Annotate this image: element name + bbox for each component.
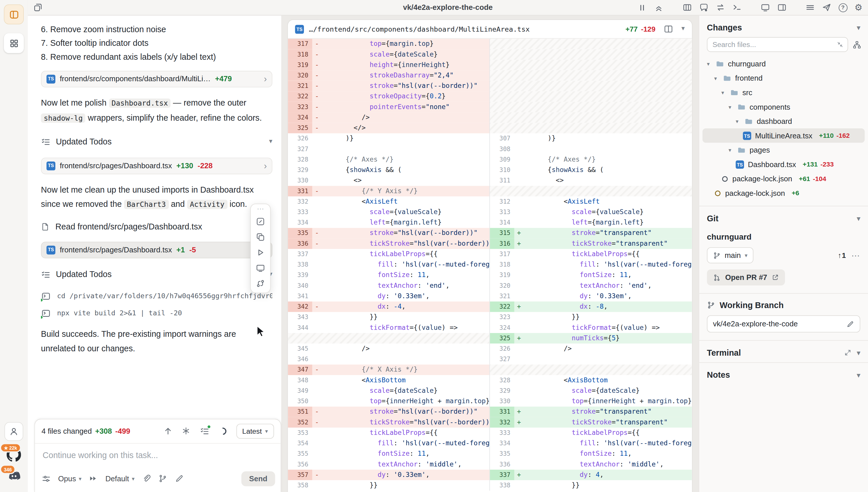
diff-right-line[interactable]: 321 dy: '0.33em', bbox=[490, 291, 692, 301]
terminal-section-header[interactable]: Terminal ▾ bbox=[699, 341, 868, 362]
diff-left-line[interactable]: 335- stroke="hsl(var(--border))" bbox=[288, 228, 490, 239]
diff-left-line[interactable]: 349 scale={dateScale} bbox=[288, 386, 490, 396]
github-link[interactable]: ★22k bbox=[7, 448, 21, 462]
chat-input[interactable]: Continue working on this task... bbox=[35, 444, 281, 468]
diff-left-line[interactable]: 345 /> bbox=[288, 343, 490, 354]
collapse-tree-icon[interactable] bbox=[836, 41, 844, 48]
diff-right-line[interactable]: 328 <AxisBottom bbox=[490, 375, 692, 386]
file-change-chip[interactable]: TSfrontend/src/components/dashboard/Mult… bbox=[41, 71, 272, 87]
diff-left-line[interactable]: 344 tickFormat={(value) => bbox=[288, 323, 490, 333]
tree-file[interactable]: TSMultiLineArea.tsx+110-162 bbox=[703, 128, 865, 143]
monitor-icon[interactable] bbox=[760, 3, 770, 12]
open-pr-button[interactable]: Open PR #7 bbox=[707, 270, 785, 286]
diff-left-line[interactable]: 324- /> bbox=[288, 112, 490, 123]
diff-left-line[interactable]: 330 <> bbox=[288, 175, 490, 186]
read-file-row[interactable]: Read frontend/src/pages/Dashboard.tsx bbox=[41, 220, 272, 233]
scroll-up-icon[interactable] bbox=[163, 426, 172, 436]
diff-left-line[interactable]: 337 tickLabelProps={{ bbox=[288, 249, 490, 259]
tree-file[interactable]: package-lock.json+61-104 bbox=[703, 171, 865, 186]
git-more-icon[interactable]: ⋯ bbox=[851, 250, 861, 260]
diff-left-line[interactable]: 351- stroke="hsl(var(--border))" bbox=[288, 407, 490, 417]
diff-right-line[interactable]: 337+ dy: 4, bbox=[490, 470, 692, 480]
diff-left-line[interactable]: 318- scale={dateScale} bbox=[288, 49, 490, 60]
diff-right-line[interactable]: 307 )} bbox=[490, 133, 692, 144]
pen-icon[interactable] bbox=[175, 474, 184, 483]
diff-right-line[interactable]: 335 fontSize: 11, bbox=[490, 448, 692, 459]
diff-right-line[interactable]: 323 }} bbox=[490, 312, 692, 322]
diff-left-line[interactable]: 327 bbox=[288, 144, 490, 154]
chevron-down-icon[interactable]: ▾ bbox=[681, 24, 685, 34]
diff-right-line[interactable]: 313 scale={valueScale} bbox=[490, 207, 692, 217]
tree-folder[interactable]: ▾components bbox=[703, 99, 865, 114]
diff-right-line[interactable]: 308 bbox=[490, 144, 692, 154]
diff-left-line[interactable]: 328 {/* Axes */} bbox=[288, 154, 490, 165]
swap-icon[interactable] bbox=[715, 3, 725, 12]
diff-left-line[interactable]: 319- height={innerHeight} bbox=[288, 60, 490, 70]
pause-icon[interactable] bbox=[637, 3, 647, 12]
mode-select[interactable]: Default▾ bbox=[105, 474, 135, 483]
diff-left-line[interactable]: 331- {/* Y Axis */} bbox=[288, 186, 490, 196]
attach-icon[interactable] bbox=[142, 474, 151, 483]
diff-right-line[interactable]: 322+ dx: -8, bbox=[490, 301, 692, 312]
tree-folder[interactable]: ▾frontend bbox=[703, 71, 865, 85]
diff-right-line[interactable]: 333 tickLabelProps={{ bbox=[490, 427, 692, 438]
share-icon[interactable] bbox=[822, 3, 831, 12]
tree-view-icon[interactable] bbox=[852, 40, 862, 49]
search-files-input[interactable]: Search files... bbox=[707, 37, 848, 52]
diff-right-line[interactable]: 330 top={innerHeight + margin.top} bbox=[490, 396, 692, 407]
diff-right-line[interactable]: 319 fontSize: 11, bbox=[490, 270, 692, 280]
diff-left-line[interactable]: 317- top={margin.top} bbox=[288, 39, 490, 49]
diff-left-line[interactable]: 346 bbox=[288, 354, 490, 364]
updated-todos-row[interactable]: Updated Todos▾ bbox=[41, 135, 272, 148]
diff-left-line[interactable]: 343 }} bbox=[288, 312, 490, 322]
tree-folder[interactable]: ▾src bbox=[703, 85, 865, 100]
diff-left-line[interactable]: 357- dy: '0.33em', bbox=[288, 470, 490, 480]
diff-right-line[interactable]: 336 textAnchor: 'middle', bbox=[490, 459, 692, 470]
diff-left-line[interactable]: 334 left={margin.left} bbox=[288, 217, 490, 228]
diff-right-line[interactable]: 320 textAnchor: 'end', bbox=[490, 280, 692, 291]
branch-selector[interactable]: main ▾ bbox=[707, 247, 754, 263]
diff-left-line[interactable]: 322- strokeOpacity={0.2} bbox=[288, 91, 490, 102]
tree-file[interactable]: TSDashboard.tsx+131-233 bbox=[703, 157, 865, 172]
tree-folder[interactable]: ▾dashboard bbox=[703, 114, 865, 128]
diff-left-line[interactable]: 358 }} bbox=[288, 480, 490, 491]
burst-icon[interactable] bbox=[182, 426, 191, 436]
account-icon[interactable] bbox=[4, 422, 23, 441]
notes-section-header[interactable]: Notes ▾ bbox=[699, 363, 868, 385]
sidebar-right-icon[interactable] bbox=[777, 3, 787, 12]
diff-left-line[interactable]: 341 dy: '0.33em', bbox=[288, 291, 490, 301]
diff-right-line[interactable]: 326 /> bbox=[490, 343, 692, 354]
copy-icon[interactable] bbox=[256, 232, 265, 242]
diff-left-line[interactable]: 325- </> bbox=[288, 123, 490, 133]
diff-right-line[interactable]: 332+ tickStroke="transparent" bbox=[490, 417, 692, 427]
diff-right-line[interactable]: 316+ tickStroke="transparent" bbox=[490, 239, 692, 249]
tree-folder[interactable]: ▾pages bbox=[703, 143, 865, 157]
diff-left-line[interactable]: 350 top={innerHeight + margin.top} bbox=[288, 396, 490, 407]
stack-icon[interactable] bbox=[33, 3, 42, 12]
diff-right-line[interactable]: 317 tickLabelProps={{ bbox=[490, 249, 692, 259]
diff-right-line[interactable]: 331+ stroke="transparent" bbox=[490, 407, 692, 417]
updated-todos-row[interactable]: Updated Todos▾ bbox=[41, 268, 272, 281]
diff-left-line[interactable]: 329 {showAxis && ( bbox=[288, 165, 490, 175]
split-view-icon[interactable] bbox=[664, 24, 673, 34]
todos-icon[interactable] bbox=[200, 426, 209, 436]
chat-bubble-icon[interactable] bbox=[699, 3, 708, 12]
app-logo[interactable] bbox=[4, 4, 24, 24]
diff-left-line[interactable]: 333 scale={valueScale} bbox=[288, 207, 490, 217]
drag-handle-icon[interactable]: ⋯ bbox=[257, 207, 264, 211]
diff-right-line[interactable]: 309 {/* Axes */} bbox=[490, 154, 692, 165]
diff-left-line[interactable]: 321- stroke="hsl(var(--border))" bbox=[288, 81, 490, 91]
file-change-chip[interactable]: TSfrontend/src/pages/Dashboard.tsx+1-5 bbox=[41, 242, 272, 258]
file-change-chip[interactable]: TSfrontend/src/pages/Dashboard.tsx+130-2… bbox=[41, 157, 272, 174]
workspaces-icon[interactable] bbox=[4, 33, 24, 53]
diff-left-line[interactable]: 356 textAnchor: 'middle', bbox=[288, 459, 490, 470]
diff-right-line[interactable]: 311 <> bbox=[490, 175, 692, 186]
diff-right-line[interactable]: 310 {showAxis && ( bbox=[490, 165, 692, 175]
diff-right-line[interactable]: 315+ stroke="transparent" bbox=[490, 228, 692, 239]
sliders-icon[interactable] bbox=[42, 474, 51, 483]
model-select[interactable]: Opus▾ bbox=[58, 474, 81, 483]
diff-right-line[interactable]: 324 tickFormat={(value) => bbox=[490, 323, 692, 333]
terminal-command-row[interactable]: npx vite build 2>&1 | tail -20 bbox=[41, 308, 272, 319]
columns-layout-icon[interactable] bbox=[682, 3, 692, 12]
diff-right-line[interactable]: 329 scale={dateScale} bbox=[490, 386, 692, 396]
